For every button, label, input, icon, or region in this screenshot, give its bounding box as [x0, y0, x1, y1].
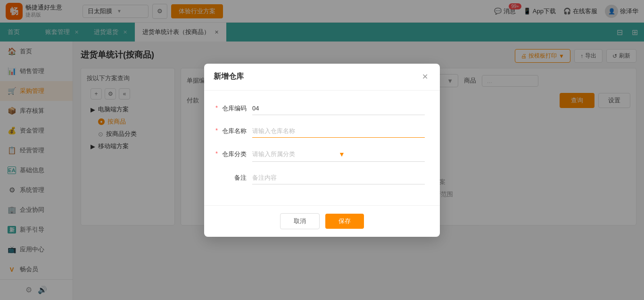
category-select[interactable]: 请输入所属分类 ▼: [252, 147, 425, 162]
note-label: 备注: [219, 174, 252, 182]
note-input[interactable]: [252, 171, 425, 184]
modal-title: 新增仓库: [214, 72, 244, 82]
category-dropdown-icon: ▼: [339, 150, 425, 158]
code-input[interactable]: [252, 102, 425, 115]
modal-header: 新增仓库 ✕: [204, 64, 440, 91]
warehouse-note-row: 备注: [219, 171, 425, 184]
modal-footer: 取消 保存: [204, 205, 440, 237]
warehouse-code-row: 仓库编码: [219, 102, 425, 115]
name-label: 仓库名称: [219, 127, 252, 135]
category-label: 仓库分类: [219, 150, 252, 158]
new-warehouse-modal: 新增仓库 ✕ 仓库编码 仓库名称 仓库分类 请输入所属分类 ▼: [204, 64, 440, 237]
name-input[interactable]: [252, 125, 425, 138]
modal-close-button[interactable]: ✕: [419, 71, 430, 83]
modal-body: 仓库编码 仓库名称 仓库分类 请输入所属分类 ▼ 备注: [204, 91, 440, 205]
code-label: 仓库编码: [219, 104, 252, 113]
category-placeholder: 请输入所属分类: [252, 150, 339, 158]
save-button[interactable]: 保存: [325, 214, 364, 229]
warehouse-category-row: 仓库分类 请输入所属分类 ▼: [219, 147, 425, 162]
modal-overlay: 新增仓库 ✕ 仓库编码 仓库名称 仓库分类 请输入所属分类 ▼: [0, 0, 644, 300]
cancel-button[interactable]: 取消: [280, 213, 320, 229]
warehouse-name-row: 仓库名称: [219, 125, 425, 138]
